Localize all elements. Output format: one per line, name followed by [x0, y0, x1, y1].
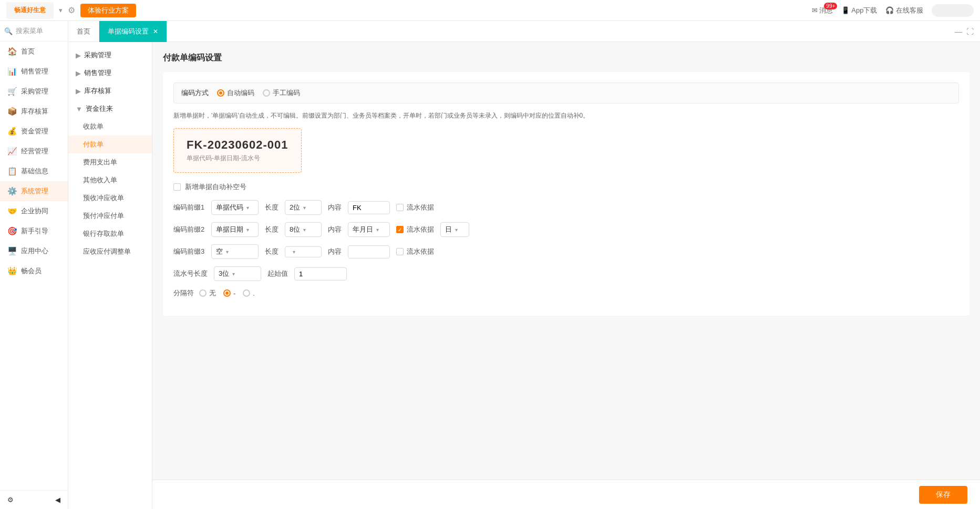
tab-minimize-icon[interactable]: — [955, 27, 962, 36]
submenu-group-purchase: ▶ 采购管理 [68, 46, 152, 64]
separator-label: 分隔符 [173, 288, 194, 298]
submenu-item-bank-deposit[interactable]: 银行存取款单 [68, 225, 152, 243]
sidebar-footer: ⚙ ◀ [0, 490, 68, 509]
sidebar: 🔍 搜索菜单 🏠 首页 📊 销售管理 🛒 采购管理 📦 库存核算 💰 资金管理 … [0, 21, 68, 509]
submenu-title-purchase[interactable]: ▶ 采购管理 [68, 46, 152, 64]
sidebar-item-purchase[interactable]: 🛒 采购管理 [0, 81, 68, 101]
prefix3-select[interactable]: 空 ▾ [211, 244, 259, 259]
purchase-icon: 🛒 [7, 87, 17, 96]
auto-fill-label: 新增单据自动补空号 [185, 182, 246, 192]
trial-btn[interactable]: 体验行业方案 [80, 4, 136, 17]
submenu-item-ar-ap-adjust[interactable]: 应收应付调整单 [68, 243, 152, 261]
prefix1-row: 编码前缀1 单据代码 ▾ 长度 2位 ▾ 内容 流水依据 [173, 200, 959, 215]
sub-menu: ▶ 采购管理 ▶ 销售管理 ▶ 库存核算 ▼ 资金往来 收款单 [68, 42, 152, 509]
prefix3-label: 编码前缀3 [173, 247, 205, 256]
prefix3-length-select[interactable]: ▾ [285, 246, 322, 257]
submenu-arrow-sales-icon: ▶ [76, 69, 81, 77]
prefix1-select[interactable]: 单据代码 ▾ [211, 200, 259, 215]
submenu-title-inventory[interactable]: ▶ 库存核算 [68, 82, 152, 100]
submenu-group-inventory: ▶ 库存核算 [68, 82, 152, 100]
tab-encoding[interactable]: 单据编码设置 ✕ [99, 21, 167, 42]
sidebar-item-system[interactable]: ⚙️ 系统管理 [0, 181, 68, 201]
prefix3-content-input[interactable] [348, 245, 390, 258]
sidebar-item-guide[interactable]: 🎯 新手引导 [0, 221, 68, 241]
prefix3-watermark-check: 流水依据 [396, 247, 434, 256]
prefix2-label: 编码前缀2 [173, 225, 205, 234]
message-btn[interactable]: ✉ 消息 99+ [812, 6, 833, 15]
serial-start-label: 起始值 [267, 269, 288, 278]
coop-icon: 🤝 [7, 206, 17, 216]
sep-radio-dash[interactable]: - [223, 288, 235, 298]
sales-icon: 📊 [7, 67, 17, 76]
tab-encoding-close-icon[interactable]: ✕ [153, 28, 158, 35]
appcenter-icon: 🖥️ [7, 246, 17, 256]
preview-code: FK-20230602-001 [187, 138, 288, 152]
sidebar-item-coop[interactable]: 🤝 企业协同 [0, 201, 68, 221]
prefix3-watermark-checkbox[interactable] [396, 248, 404, 255]
submenu-item-prepay-receive[interactable]: 预收冲应收单 [68, 189, 152, 207]
submenu-title-sales[interactable]: ▶ 销售管理 [68, 64, 152, 82]
prefix2-content-select[interactable]: 年月日 ▾ [348, 222, 390, 237]
sidebar-item-home[interactable]: 🏠 首页 [0, 41, 68, 61]
online-service-btn[interactable]: 🎧 在线客服 [885, 6, 923, 15]
separator-row: 分隔符 无 - . [173, 288, 959, 298]
prefix1-content-label: 内容 [328, 203, 342, 212]
user-avatar[interactable] [932, 4, 974, 17]
message-icon: ✉ [812, 6, 818, 14]
prefix2-watermark-checkbox[interactable]: ✓ [396, 226, 404, 233]
sep-radio-none[interactable]: 无 [199, 288, 216, 298]
sidebar-item-member[interactable]: 👑 畅会员 [0, 261, 68, 281]
dropdown-arrow-icon[interactable]: ▾ [59, 6, 63, 14]
prefix2-dropdown-icon: ▾ [246, 227, 249, 233]
phone-icon: 📱 [841, 6, 850, 14]
top-bar-right: ✉ 消息 99+ 📱 App下载 🎧 在线客服 [812, 4, 974, 17]
sidebar-item-sales[interactable]: 📊 销售管理 [0, 61, 68, 81]
sidebar-settings-icon[interactable]: ⚙ [7, 496, 14, 504]
auto-fill-checkbox[interactable] [173, 183, 181, 191]
serial-length-select[interactable]: 3位 ▾ [214, 266, 261, 281]
sidebar-item-finance[interactable]: 💰 资金管理 [0, 121, 68, 141]
submenu-item-payment[interactable]: 付款单 [68, 136, 152, 153]
tab-home[interactable]: 首页 [68, 21, 99, 42]
prefix2-content-label: 内容 [328, 225, 342, 234]
manual-encoding-radio[interactable]: 手工编码 [263, 88, 300, 98]
prefix2-select[interactable]: 单据日期 ▾ [211, 222, 259, 237]
search-menu-btn[interactable]: 🔍 搜索菜单 [0, 21, 68, 41]
submenu-item-expense[interactable]: 费用支出单 [68, 153, 152, 171]
sidebar-item-basic[interactable]: 📋 基础信息 [0, 161, 68, 181]
serial-start-input[interactable] [294, 267, 347, 281]
submenu-item-other-income[interactable]: 其他收入单 [68, 171, 152, 189]
prefix2-period-select[interactable]: 日 ▾ [440, 222, 469, 237]
sep-radio-dot[interactable]: . [243, 288, 255, 298]
save-button[interactable]: 保存 [919, 486, 967, 504]
sep-radio-none-dot [199, 289, 207, 297]
app-download-btn[interactable]: 📱 App下载 [841, 6, 877, 15]
prefix1-watermark-checkbox[interactable] [396, 204, 404, 211]
prefix1-watermark-check: 流水依据 [396, 203, 434, 212]
sidebar-item-appcenter[interactable]: 🖥️ 应用中心 [0, 241, 68, 261]
search-icon: 🔍 [4, 27, 13, 35]
auto-fill-row: 新增单据自动补空号 [173, 182, 959, 192]
prefix2-content-dropdown-icon: ▾ [376, 227, 379, 233]
prefix2-period-dropdown-icon: ▾ [455, 227, 458, 233]
sidebar-item-operations[interactable]: 📈 经营管理 [0, 141, 68, 161]
headset-icon: 🎧 [885, 6, 894, 14]
prefix1-length-select[interactable]: 2位 ▾ [285, 200, 322, 215]
finance-icon: 💰 [7, 127, 17, 136]
sidebar-item-inventory[interactable]: 📦 库存核算 [0, 101, 68, 121]
submenu-item-receipt[interactable]: 收款单 [68, 118, 152, 136]
sidebar-collapse-icon[interactable]: ◀ [55, 496, 60, 504]
prefix2-length-select[interactable]: 8位 ▾ [285, 222, 322, 237]
prefix3-dropdown-icon: ▾ [226, 249, 229, 255]
guide-icon: 🎯 [7, 226, 17, 236]
auto-encoding-radio[interactable]: 自动编码 [217, 88, 254, 98]
submenu-group-funds: ▼ 资金往来 收款单 付款单 费用支出单 其他收入单 预收冲应收单 预付冲应付单 [68, 100, 152, 261]
preview-desc: 单据代码-单据日期-流水号 [187, 154, 288, 163]
submenu-title-funds[interactable]: ▼ 资金往来 [68, 100, 152, 118]
sep-radio-dot-dot [243, 289, 250, 297]
prefix1-content-input[interactable] [348, 201, 390, 214]
tab-expand-icon[interactable]: ⛶ [966, 27, 974, 36]
serial-length-label: 流水号长度 [173, 269, 208, 278]
submenu-item-prepay-pay[interactable]: 预付冲应付单 [68, 207, 152, 225]
settings-icon[interactable]: ⚙ [68, 5, 75, 15]
